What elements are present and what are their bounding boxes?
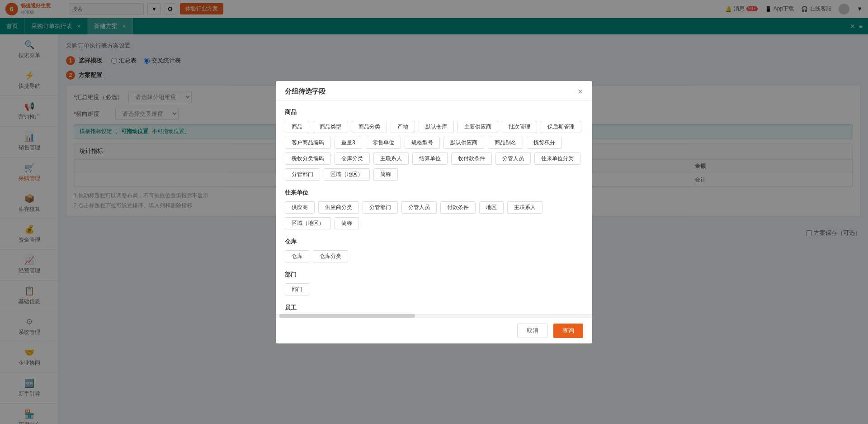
field-group-partner: 往来单位 供应商 供应商分类 分管部门 分管人员 付款条件 地区 主联系人 区域… xyxy=(285,189,583,229)
field-chip[interactable]: 分管部门 xyxy=(363,201,398,214)
field-chip[interactable]: 结算单位 xyxy=(412,152,448,165)
field-chip[interactable]: 地区 xyxy=(479,201,504,214)
field-group-dept: 部门 部门 xyxy=(285,271,583,295)
field-chip[interactable]: 主要供应商 xyxy=(458,121,498,133)
field-chip[interactable]: 付款条件 xyxy=(440,201,476,214)
field-group-warehouse-title: 仓库 xyxy=(285,238,583,246)
field-chip[interactable]: 仓库 xyxy=(285,250,309,262)
modal-horizontal-scrollbar[interactable] xyxy=(276,314,592,318)
field-group-employee: 员工 业务员 xyxy=(285,304,583,314)
field-chip[interactable]: 重量3 xyxy=(335,137,362,149)
field-chip[interactable]: 主联系人 xyxy=(507,201,542,214)
field-chip[interactable]: 分管人员 xyxy=(401,201,437,214)
field-group-employee-title: 员工 xyxy=(285,304,583,312)
modal-hscrollbar-thumb xyxy=(279,314,415,318)
modal-body: 商品 商品 商品类型 商品分类 产地 默认仓库 主要供应商 批次管理 保质期管理… xyxy=(276,101,592,314)
field-chip[interactable]: 简称 xyxy=(373,168,398,181)
field-chip[interactable]: 商品 xyxy=(285,121,309,133)
field-chip[interactable]: 规格型号 xyxy=(405,137,440,149)
field-group-partner-title: 往来单位 xyxy=(285,189,583,197)
field-chips-product: 商品 商品类型 商品分类 产地 默认仓库 主要供应商 批次管理 保质期管理 客户… xyxy=(285,121,583,181)
field-chip[interactable]: 简称 xyxy=(335,217,359,229)
field-chip[interactable]: 仓库分类 xyxy=(335,152,370,165)
field-group-dept-title: 部门 xyxy=(285,271,583,279)
field-chip[interactable]: 供应商 xyxy=(285,201,315,214)
modal-title: 分组待选字段 xyxy=(285,87,326,96)
field-chip[interactable]: 税收分类编码 xyxy=(285,152,331,165)
field-chip[interactable]: 收付款条件 xyxy=(451,152,492,165)
field-group-product: 商品 商品 商品类型 商品分类 产地 默认仓库 主要供应商 批次管理 保质期管理… xyxy=(285,108,583,181)
field-chip[interactable]: 区域（地区） xyxy=(285,217,331,229)
field-chip[interactable]: 默认供应商 xyxy=(443,137,484,149)
field-chip[interactable]: 部门 xyxy=(285,283,309,295)
modal-dialog: 分组待选字段 ✕ 商品 商品 商品类型 商品分类 产地 默认仓库 主要供应商 批… xyxy=(276,81,592,343)
field-chip[interactable]: 仓库分类 xyxy=(313,250,348,262)
field-chip[interactable]: 产地 xyxy=(391,121,415,133)
modal-cancel-button[interactable]: 取消 xyxy=(517,324,548,338)
field-chips-warehouse: 仓库 仓库分类 xyxy=(285,250,583,262)
field-chip[interactable]: 拣货积分 xyxy=(527,137,562,149)
modal-confirm-button[interactable]: 查询 xyxy=(553,324,583,338)
modal-overlay: 分组待选字段 ✕ 商品 商品 商品类型 商品分类 产地 默认仓库 主要供应商 批… xyxy=(0,0,868,424)
field-chip[interactable]: 零售单位 xyxy=(366,137,401,149)
field-chip[interactable]: 商品别名 xyxy=(488,137,523,149)
field-chip[interactable]: 分管人员 xyxy=(495,152,531,165)
field-group-warehouse: 仓库 仓库 仓库分类 xyxy=(285,238,583,262)
field-chip[interactable]: 默认仓库 xyxy=(419,121,454,133)
field-chip[interactable]: 供应商分类 xyxy=(318,201,359,214)
field-group-product-title: 商品 xyxy=(285,108,583,116)
field-chip[interactable]: 批次管理 xyxy=(502,121,537,133)
field-chip[interactable]: 往来单位分类 xyxy=(534,152,580,165)
field-chip[interactable]: 主联系人 xyxy=(373,152,409,165)
modal-footer: 取消 查询 xyxy=(276,318,592,343)
field-chip[interactable]: 商品分类 xyxy=(352,121,387,133)
field-chips-dept: 部门 xyxy=(285,283,583,295)
modal-header: 分组待选字段 ✕ xyxy=(276,81,592,101)
field-chips-partner: 供应商 供应商分类 分管部门 分管人员 付款条件 地区 主联系人 区域（地区） … xyxy=(285,201,583,229)
field-chip[interactable]: 商品类型 xyxy=(313,121,348,133)
field-chip[interactable]: 客户商品编码 xyxy=(285,137,331,149)
field-chip[interactable]: 区域（地区） xyxy=(324,168,370,181)
modal-close-button[interactable]: ✕ xyxy=(577,87,583,96)
field-chip[interactable]: 分管部门 xyxy=(285,168,320,181)
field-chip[interactable]: 保质期管理 xyxy=(541,121,581,133)
